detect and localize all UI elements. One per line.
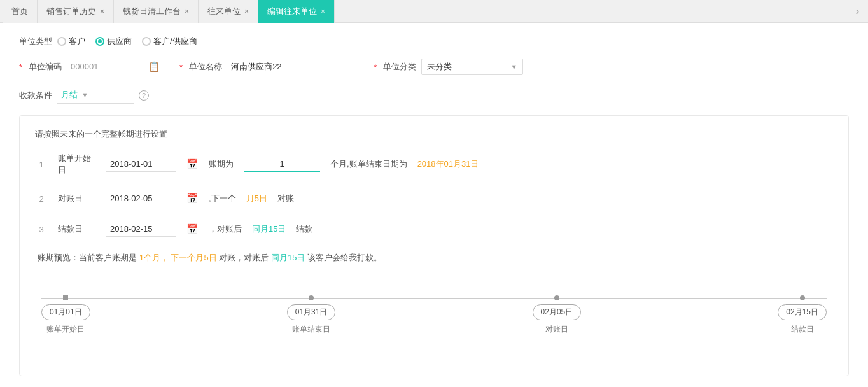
payment-terms-label: 收款条件 [19, 90, 52, 101]
period-end-date-highlight: 2018年01月31日 [417, 158, 479, 170]
preview-part1: 1个月， [139, 253, 169, 262]
help-icon[interactable]: ? [139, 90, 149, 101]
row-num-1: 1 [35, 160, 48, 169]
period-desc-prefix: 账期为 [209, 158, 234, 170]
payment-terms-value: 月结 [61, 89, 78, 101]
panel-title: 请按照未来的一个完整帐期进行设置 [35, 129, 833, 140]
row-label-1: 账单开始日 [58, 153, 96, 176]
required-star-code: * [19, 62, 22, 72]
settle-highlight: 同月15日 [252, 223, 286, 235]
unit-category-field: * 单位分类 未分类 ▼ [374, 59, 523, 75]
preview-part2: 下一个月5日 [171, 253, 216, 262]
close-tab-cash-work[interactable]: × [185, 7, 189, 16]
reconcile-desc-2: 对账 [277, 193, 294, 204]
unit-code-input[interactable] [67, 59, 143, 74]
tl-badge-2: 01月31日 [287, 304, 336, 320]
dropdown-arrow-icon: ▼ [510, 63, 517, 71]
unit-type-field: 单位类型 客户 供应商 客户/供应商 [19, 36, 197, 47]
radio-customer[interactable]: 客户 [57, 36, 85, 47]
calendar-icon-3[interactable]: 📅 [186, 223, 199, 235]
unit-category-value: 未分类 [427, 61, 507, 73]
unit-code-field: * 单位编码 📋 [19, 59, 160, 74]
reconcile-date-input[interactable] [106, 191, 176, 206]
preview-label: 账期预览：当前客户账期是 [38, 253, 137, 262]
close-tab-partner-unit[interactable]: × [244, 7, 249, 16]
settle-date-input[interactable] [106, 222, 176, 237]
row-label-2: 对账日 [58, 193, 96, 204]
unit-type-label: 单位类型 [19, 36, 52, 47]
unit-code-label: 单位编码 [29, 61, 62, 73]
radio-group: 客户 供应商 客户/供应商 [57, 36, 197, 47]
reconcile-desc-1: ,下一个 [209, 193, 236, 204]
row-label-3: 结款日 [58, 223, 96, 235]
radio-customer-circle [57, 37, 66, 46]
radio-supplier-circle [95, 37, 104, 46]
period-input[interactable] [244, 157, 320, 172]
preview-section: 账期预览：当前客户账期是 1个月， 下一个月5日 对账，对账后 同月15日 该客… [35, 252, 833, 264]
radio-supplier[interactable]: 供应商 [95, 36, 132, 47]
unit-category-label: 单位分类 [383, 61, 416, 73]
payment-terms-select[interactable]: 月结 ▼ [57, 87, 134, 104]
tl-sub-1: 账单开始日 [46, 324, 85, 335]
unit-type-row: 单位类型 客户 供应商 客户/供应商 [19, 36, 849, 47]
radio-both[interactable]: 客户/供应商 [142, 36, 197, 47]
tl-badge-1: 01月01日 [41, 304, 90, 320]
tl-sub-4: 结款日 [791, 324, 814, 335]
close-tab-sales-history[interactable]: × [100, 7, 104, 16]
unit-name-label: 单位名称 [189, 61, 222, 73]
timeline-point-2: 01月31日 账单结束日 [287, 293, 336, 335]
payment-terms-field: 收款条件 月结 ▼ ? [19, 87, 149, 104]
setting-row-2: 2 对账日 📅 ,下一个 月5日 对账 [35, 191, 833, 206]
tab-edit-partner[interactable]: 编辑往来单位 × [258, 0, 335, 23]
tab-expand-icon[interactable]: › [850, 6, 865, 17]
close-tab-edit-partner[interactable]: × [321, 7, 325, 16]
preview-part3: 同月15日 [271, 253, 305, 262]
calendar-icon-code[interactable]: 📋 [148, 61, 160, 73]
required-star-category: * [374, 62, 377, 72]
tab-home[interactable]: 首页 [3, 0, 38, 23]
calendar-icon-1[interactable]: 📅 [186, 158, 199, 170]
tab-sales-history[interactable]: 销售订单历史 × [38, 0, 114, 23]
calendar-icon-2[interactable]: 📅 [186, 193, 199, 204]
payment-terms-row: 收款条件 月结 ▼ ? [19, 87, 849, 104]
settle-desc-2: 结款 [296, 223, 312, 235]
row-num-3: 3 [35, 225, 48, 234]
preview-mid: 对账，对账后 [219, 253, 269, 262]
start-date-input[interactable] [106, 157, 176, 172]
timeline-point-1: 01月01日 账单开始日 [41, 293, 90, 335]
timeline-section: 01月01日 账单开始日 01月31日 账单结束日 02月05日 对账日 [35, 274, 833, 363]
tab-bar: 首页 销售订单历史 × 钱货日清工作台 × 往来单位 × 编辑往来单位 × › [0, 0, 868, 23]
setting-row-1: 1 账单开始日 📅 账期为 个月,账单结束日期为 2018年01月31日 [35, 153, 833, 176]
unit-category-dropdown[interactable]: 未分类 ▼ [421, 59, 523, 75]
tab-partner-unit[interactable]: 往来单位 × [199, 0, 258, 23]
timeline-point-4: 02月15日 结款日 [778, 293, 827, 335]
reconcile-highlight: 月5日 [246, 193, 267, 204]
tl-sub-2: 账单结束日 [292, 324, 330, 335]
tl-badge-4: 02月15日 [778, 304, 827, 320]
unit-name-input[interactable] [227, 59, 354, 74]
preview-end: 该客户会给我打款。 [307, 253, 382, 262]
period-desc-suffix: 个月,账单结束日期为 [330, 158, 407, 170]
settings-panel: 请按照未来的一个完整帐期进行设置 1 账单开始日 📅 账期为 个月,账单结束日期… [19, 115, 849, 376]
radio-both-circle [142, 37, 151, 46]
code-name-category-row: * 单位编码 📋 * 单位名称 * 单位分类 未分类 ▼ [19, 59, 849, 75]
setting-row-3: 3 结款日 📅 ，对账后 同月15日 结款 [35, 222, 833, 237]
tab-cash-work[interactable]: 钱货日清工作台 × [114, 0, 199, 23]
timeline-point-3: 02月05日 对账日 [533, 293, 582, 335]
row-num-2: 2 [35, 194, 48, 204]
settle-desc-1: ，对账后 [209, 223, 242, 235]
tl-badge-3: 02月05日 [533, 304, 582, 320]
main-content: 单位类型 客户 供应商 客户/供应商 * 单位编码 [0, 23, 868, 387]
tl-sub-3: 对账日 [545, 324, 568, 335]
required-star-name: * [179, 62, 183, 72]
unit-name-field: * 单位名称 [179, 59, 354, 74]
select-arrow-icon: ▼ [81, 91, 88, 99]
